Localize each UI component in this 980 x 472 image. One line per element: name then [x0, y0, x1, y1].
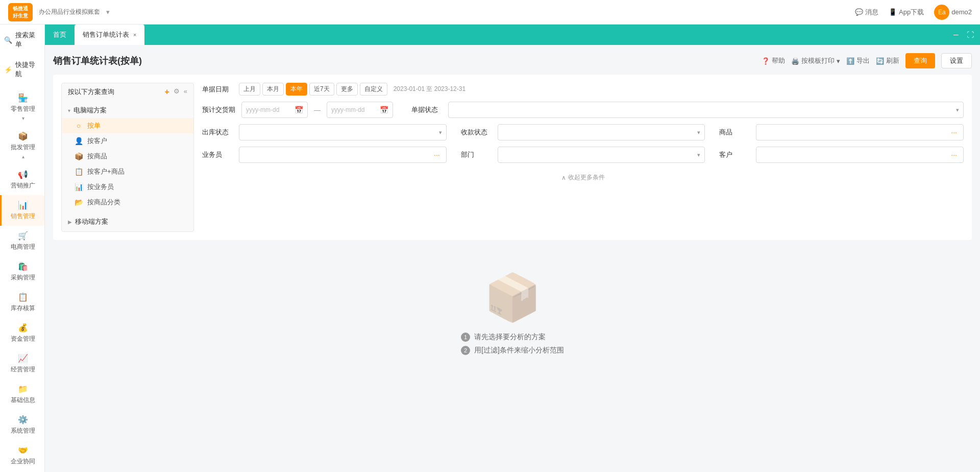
goods-label: 商品: [719, 128, 750, 137]
sidebar-item-finance[interactable]: 💰 资金管理: [0, 318, 44, 348]
doc-status-select[interactable]: ▾: [448, 102, 964, 118]
goods-more-icon[interactable]: ···: [949, 128, 959, 136]
department-select[interactable]: ▾: [498, 147, 705, 163]
date-btn-more[interactable]: 更多: [336, 83, 358, 96]
sidebar-item-retail[interactable]: 🏪 零售管理 ▾: [0, 88, 44, 126]
receipt-status-arrow-icon: ▾: [697, 129, 700, 136]
print-icon: 🖨️: [791, 57, 799, 65]
sidebar-item-ecommerce[interactable]: 🛒 电商管理: [0, 226, 44, 256]
date-btn-custom[interactable]: 自定义: [360, 83, 387, 96]
sidebar-item-enterprise[interactable]: 🤝 企业协同: [0, 440, 44, 471]
sidebar-item-marketing[interactable]: 📢 营销推广: [0, 164, 44, 195]
mobile-group-header[interactable]: ▶ 移动端方案: [62, 214, 193, 229]
page-header: 销售订单统计表(按单) ❓ 帮助 🖨️ 按模板打印 ▾ ⬆️ 导出: [53, 53, 972, 68]
sidebar-item-operations[interactable]: 📈 经营管理: [0, 348, 44, 379]
by-single-icon: ○: [74, 122, 83, 130]
sidebar-item-inventory[interactable]: 📋 库存核算: [0, 287, 44, 318]
nav-icon: ⚡: [4, 66, 12, 74]
receipt-status-select[interactable]: ▾: [498, 124, 705, 140]
export-icon: ⬆️: [846, 57, 854, 65]
message-icon: 💬: [855, 8, 863, 16]
sidebar-item-system[interactable]: ⚙️ 系统管理: [0, 410, 44, 440]
expected-date-end: yyyy-mm-dd 📅: [327, 102, 393, 118]
expected-date-end-input[interactable]: yyyy-mm-dd 📅: [327, 102, 393, 118]
empty-state: 📦 1 请先选择要分析的方案 2 用[过滤]条件来缩小分析范围: [53, 240, 972, 386]
customer-select[interactable]: ···: [756, 147, 964, 163]
delivery-status-select[interactable]: ▾: [239, 124, 447, 140]
refresh-icon: 🔄: [876, 57, 884, 65]
ecommerce-icon: 🛒: [18, 231, 28, 241]
filter-row-expected-date: 预计交货期 yyyy-mm-dd 📅 — yyyy-mm-dd: [202, 102, 964, 118]
export-button[interactable]: ⬆️ 导出: [846, 56, 870, 65]
download-icon: 📱: [889, 8, 897, 16]
mobile-group-label: 移动端方案: [75, 217, 108, 226]
customer-label: 客户: [719, 150, 750, 159]
date-btn-this-month[interactable]: 本月: [262, 83, 284, 96]
quick-nav[interactable]: ⚡ 快捷导航: [0, 55, 44, 84]
expected-date-end-placeholder: yyyy-mm-dd: [331, 106, 364, 113]
solution-by-goods[interactable]: 📦 按商品: [62, 149, 193, 164]
collapse-chevron-icon: ∧: [561, 174, 566, 181]
filter-row-delivery: 出库状态 ▾ 收款状态 ▾ 商品: [202, 124, 964, 140]
by-customer-goods-icon: 📋: [74, 168, 83, 176]
tab-sales-stats[interactable]: 销售订单统计表 ×: [75, 25, 144, 45]
query-button[interactable]: 查询: [905, 53, 935, 68]
collapse-panel-button[interactable]: «: [184, 87, 187, 97]
pc-group-label: 电脑端方案: [74, 106, 107, 115]
refresh-button[interactable]: 🔄 刷新: [876, 56, 899, 65]
salesperson-more-icon[interactable]: ···: [432, 151, 442, 159]
expected-date-start-input[interactable]: yyyy-mm-dd 📅: [241, 102, 308, 118]
tab-bar: 首页 销售订单统计表 × ─ ⛶: [45, 25, 980, 45]
add-scheme-button[interactable]: +: [164, 87, 169, 97]
solution-by-salesperson[interactable]: 📊 按业务员: [62, 179, 193, 195]
pc-group: ▾ 电脑端方案 ○ 按单 👤 按客户: [62, 101, 193, 212]
main-layout: 🔍 搜索菜单 ⚡ 快捷导航 🏪 零售管理 ▾ 📦 批发管理 ▴ 📢 营销推广 📊…: [0, 25, 980, 472]
salesperson-label: 业务员: [202, 150, 233, 159]
tab-maximize-button[interactable]: ⛶: [965, 29, 976, 41]
logo: 畅捷通 好生意: [8, 3, 33, 21]
collapse-button[interactable]: ∧ 收起更多条件: [202, 169, 964, 186]
date-btn-last-month[interactable]: 上月: [239, 83, 260, 96]
mobile-group-triangle: ▶: [68, 219, 72, 225]
date-btn-last-7-days[interactable]: 近7天: [309, 83, 334, 96]
settings-scheme-button[interactable]: ⚙: [174, 87, 180, 97]
expected-date-start: yyyy-mm-dd 📅: [241, 102, 308, 118]
tab-minimize-button[interactable]: ─: [951, 29, 961, 41]
sidebar: 🔍 搜索菜单 ⚡ 快捷导航 🏪 零售管理 ▾ 📦 批发管理 ▴ 📢 营销推广 📊…: [0, 25, 45, 472]
content-area: 首页 销售订单统计表 × ─ ⛶ 销售订单统计表(按单) ❓ 帮助: [45, 25, 980, 472]
search-menu[interactable]: 🔍 搜索菜单: [0, 25, 44, 55]
tab-home[interactable]: 首页: [45, 25, 75, 45]
app-download-button[interactable]: 📱 App下载: [889, 8, 924, 17]
page-content: 销售订单统计表(按单) ❓ 帮助 🖨️ 按模板打印 ▾ ⬆️ 导出: [45, 45, 980, 472]
help-button[interactable]: ❓ 帮助: [762, 56, 785, 65]
solution-by-customer[interactable]: 👤 按客户: [62, 133, 193, 149]
user-menu[interactable]: Ea demo2: [934, 5, 972, 20]
goods-select[interactable]: ···: [756, 124, 964, 140]
sidebar-item-wholesale[interactable]: 📦 批发管理 ▴: [0, 126, 44, 164]
filter-panel: 按以下方案查询 + ⚙ « ▾ 电脑端方案: [53, 75, 972, 240]
solution-by-customer-goods[interactable]: 📋 按客户+商品: [62, 164, 193, 179]
message-button[interactable]: 💬 消息: [855, 8, 878, 17]
expected-date-label: 预计交货期: [202, 105, 235, 114]
app-dropdown-icon[interactable]: ▾: [106, 8, 110, 16]
wholesale-icon: 📦: [18, 131, 28, 141]
tab-close-icon[interactable]: ×: [133, 32, 136, 38]
app-title: 办公用品行业模拟账套: [39, 8, 100, 16]
left-panel-header: 按以下方案查询 + ⚙ «: [62, 83, 193, 101]
solution-by-goods-category[interactable]: 📂 按商品分类: [62, 195, 193, 210]
left-panel-icons: + ⚙ «: [164, 87, 187, 97]
pc-group-header[interactable]: ▾ 电脑端方案: [62, 103, 193, 118]
customer-more-icon[interactable]: ···: [949, 151, 959, 159]
salesperson-select[interactable]: ···: [239, 147, 447, 163]
by-customer-icon: 👤: [74, 137, 83, 145]
solution-by-single[interactable]: ○ 按单: [62, 118, 193, 133]
doc-status-label: 单据状态: [411, 105, 442, 114]
receipt-status-label: 收款状态: [461, 128, 492, 137]
settings-button[interactable]: 设置: [941, 53, 972, 68]
sidebar-item-sales[interactable]: 📊 销售管理: [0, 195, 44, 226]
date-btn-this-year[interactable]: 本年: [286, 83, 307, 96]
sidebar-item-purchase[interactable]: 🛍️ 采购管理: [0, 256, 44, 287]
retail-expand-icon: ▾: [22, 115, 24, 121]
sidebar-item-basic[interactable]: 📁 基础信息: [0, 379, 44, 410]
print-button[interactable]: 🖨️ 按模板打印 ▾: [791, 56, 840, 65]
